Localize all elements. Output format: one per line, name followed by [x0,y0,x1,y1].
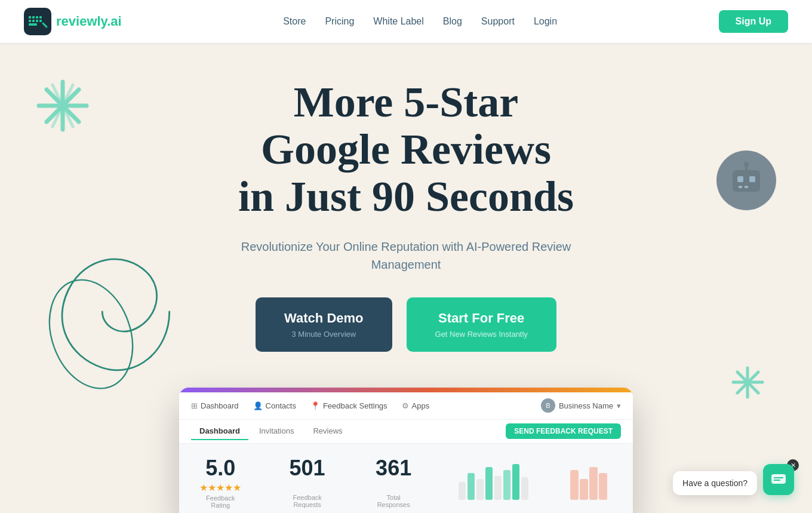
send-feedback-button[interactable]: SEND FEEDBACK REQUEST [506,423,621,439]
navbar: reviewly.ai Store Pricing White Label Bl… [0,0,812,43]
hero-section: More 5-Star Google Reviews in Just 90 Se… [0,43,812,513]
svg-rect-5 [29,20,31,22]
tab-invitations[interactable]: Invitations [251,423,303,440]
svg-rect-1 [29,16,31,19]
svg-rect-3 [36,16,38,19]
svg-rect-9 [29,23,37,26]
dashboard-tabs-row: Dashboard Invitations Reviews SEND FEEDB… [179,420,633,444]
nav-white-label[interactable]: White Label [373,16,424,26]
svg-rect-4 [39,16,42,19]
nav-store[interactable]: Store [283,16,306,26]
nav-support[interactable]: Support [481,16,515,26]
dashboard-chart [453,464,534,500]
chat-bubble: Have a question? [673,471,757,495]
metric-requests: 501 Feedback Requests [279,456,334,508]
dashboard-chart-2 [570,464,615,500]
start-free-label: Start For Free [438,311,524,326]
svg-rect-7 [36,20,38,22]
dashboard-nav-items: ⊞ Dashboard 👤 Contacts 📍 Feedback Settin… [191,401,429,410]
chat-widget: Have a question? ✕ [673,464,794,495]
signup-button[interactable]: Sign Up [719,10,788,33]
nav-pricing[interactable]: Pricing [325,16,354,26]
start-free-sublabel: Get New Reviews Instantly [435,330,528,339]
metric-rating: 5.0 ★★★★★ Feedback Rating [197,456,244,509]
dashboard-topnav: ⊞ Dashboard 👤 Contacts 📍 Feedback Settin… [179,392,633,420]
svg-rect-2 [32,16,35,19]
logo[interactable]: reviewly.ai [24,8,122,35]
watch-demo-sublabel: 3 Minute Overview [291,330,356,339]
tab-reviews[interactable]: Reviews [304,423,350,440]
svg-rect-28 [771,474,786,484]
dashboard-tabs: Dashboard Invitations Reviews [191,423,351,440]
logo-icon [24,8,51,35]
chat-question: Have a question? [682,478,748,488]
metric-responses: 361 Total Responses [371,456,417,508]
start-free-button[interactable]: Start For Free Get New Reviews Instantly [407,297,556,352]
cta-buttons: Watch Demo 3 Minute Overview Start For F… [12,297,800,352]
nav-blog[interactable]: Blog [443,16,462,26]
hero-subtitle: Revolutionize Your Online Reputation wit… [239,238,573,274]
nav-login[interactable]: Login [534,16,557,26]
svg-rect-8 [39,20,42,22]
hero-content: More 5-Star Google Reviews in Just 90 Se… [0,43,812,513]
svg-rect-6 [32,20,35,22]
nav-links: Store Pricing White Label Blog Support L… [283,16,557,27]
watch-demo-label: Watch Demo [284,311,363,326]
dashboard-preview: ⊞ Dashboard 👤 Contacts 📍 Feedback Settin… [179,388,633,513]
hero-title: More 5-Star Google Reviews in Just 90 Se… [167,79,645,221]
chat-icon-button[interactable] [763,464,794,495]
rating-stars: ★★★★★ [197,482,244,493]
logo-text: reviewly.ai [56,14,122,29]
dashboard-business-name: B Business Name ▾ [541,398,621,413]
chat-button-container: ✕ [763,464,794,495]
chat-icon [770,471,787,488]
tab-dashboard[interactable]: Dashboard [191,423,248,440]
watch-demo-button[interactable]: Watch Demo 3 Minute Overview [256,297,392,352]
dashboard-gradient-bar [179,388,633,392]
dashboard-metrics: 5.0 ★★★★★ Feedback Rating 501 Feedback R… [179,444,633,513]
